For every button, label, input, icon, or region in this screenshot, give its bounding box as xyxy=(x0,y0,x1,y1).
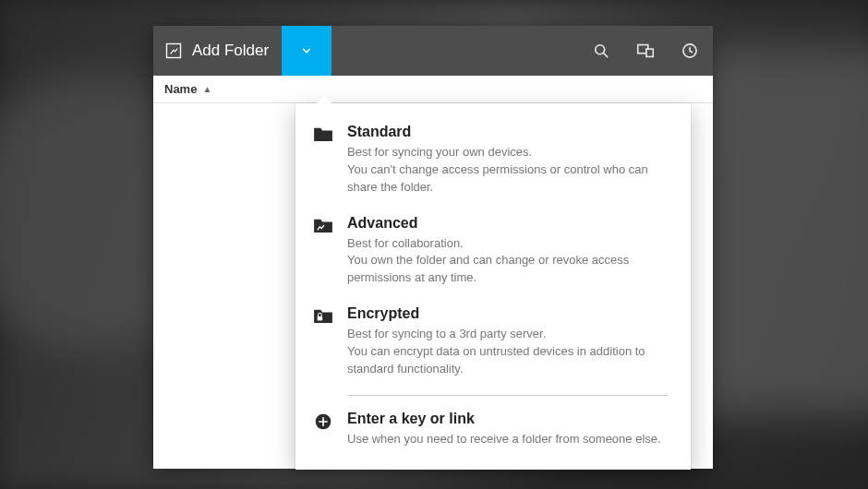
devices-button[interactable] xyxy=(635,41,656,61)
add-folder-dropdown-toggle[interactable] xyxy=(282,26,332,76)
option-line1: Best for syncing your own devices. xyxy=(347,144,669,161)
option-advanced[interactable]: Advanced Best for collaboration. You own… xyxy=(295,206,691,297)
folder-advanced-icon xyxy=(312,217,334,288)
option-text: Encrypted Best for syncing to a 3rd part… xyxy=(347,305,669,378)
sort-asc-icon: ▲ xyxy=(202,84,211,94)
option-text: Enter a key or link Use when you need to… xyxy=(347,411,669,448)
clock-icon xyxy=(681,42,699,60)
app-window: Add Folder xyxy=(153,26,713,469)
devices-icon xyxy=(635,41,656,61)
option-line1: Best for collaboration. xyxy=(347,235,669,253)
option-standard[interactable]: Standard Best for syncing your own devic… xyxy=(295,114,691,206)
option-enter-key[interactable]: Enter a key or link Use when you need to… xyxy=(295,401,691,458)
option-line2: You own the folder and can change or rev… xyxy=(347,252,669,287)
header-bar: Add Folder xyxy=(153,26,713,76)
option-line2: You can encrypt data on untrusted device… xyxy=(347,343,669,378)
content-area: Standard Best for syncing your own devic… xyxy=(153,103,713,469)
search-icon xyxy=(592,42,610,60)
plus-circle-icon xyxy=(312,412,334,448)
option-text: Advanced Best for collaboration. You own… xyxy=(347,215,669,288)
option-title: Advanced xyxy=(347,215,669,232)
header-left: Add Folder xyxy=(153,26,269,76)
search-button[interactable] xyxy=(591,41,611,61)
option-text: Standard Best for syncing your own devic… xyxy=(347,124,669,197)
option-line1: Best for syncing to a 3rd party server. xyxy=(347,326,669,343)
folder-add-icon xyxy=(164,42,183,60)
folder-encrypted-icon xyxy=(312,307,334,378)
column-name-label: Name xyxy=(164,82,197,96)
option-line1: Use when you need to receive a folder fr… xyxy=(347,431,669,448)
folder-icon xyxy=(312,125,334,197)
svg-rect-3 xyxy=(646,49,653,56)
dropdown-separator xyxy=(347,395,669,396)
add-folder-dropdown-panel: Standard Best for syncing your own devic… xyxy=(295,103,691,470)
header-title: Add Folder xyxy=(192,42,269,60)
history-button[interactable] xyxy=(680,41,700,61)
column-name[interactable]: Name ▲ xyxy=(164,82,211,96)
chevron-down-icon xyxy=(300,44,313,57)
option-encrypted[interactable]: Encrypted Best for syncing to a 3rd part… xyxy=(295,296,691,388)
header-actions xyxy=(591,41,713,61)
svg-rect-5 xyxy=(318,316,322,321)
option-title: Standard xyxy=(347,124,669,140)
column-headers: Name ▲ xyxy=(153,76,713,103)
option-title: Enter a key or link xyxy=(347,411,669,427)
option-title: Encrypted xyxy=(347,305,669,322)
option-line2: You can't change access permissions or c… xyxy=(347,161,669,197)
